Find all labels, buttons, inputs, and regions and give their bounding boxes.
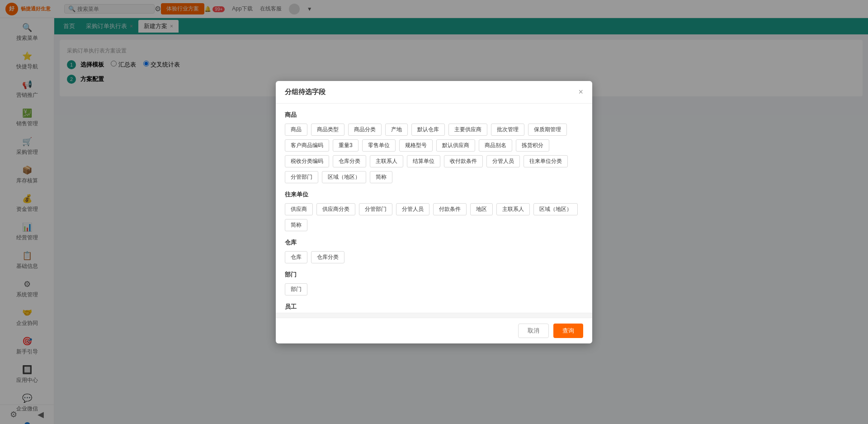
field-chip[interactable]: 简称 xyxy=(370,171,392,183)
field-chip[interactable]: 供应商分类 xyxy=(316,203,355,215)
section-warehouse-title: 仓库 xyxy=(285,238,583,247)
field-chip[interactable]: 主联系人 xyxy=(496,203,530,215)
field-chip[interactable]: 仓库 xyxy=(285,251,307,263)
warehouse-field-chips: 仓库 仓库分类 xyxy=(285,251,583,263)
field-chip[interactable]: 付款条件 xyxy=(433,203,467,215)
field-chip[interactable]: 地区 xyxy=(470,203,493,215)
field-chip[interactable]: 往来单位分类 xyxy=(524,155,568,167)
modal-title: 分组待选字段 xyxy=(285,88,326,96)
field-chip[interactable]: 默认仓库 xyxy=(411,124,445,136)
section-warehouse: 仓库 仓库 仓库分类 xyxy=(285,238,583,263)
section-department-title: 部门 xyxy=(285,271,583,279)
field-chip[interactable]: 拣货积分 xyxy=(516,139,549,152)
field-chip[interactable]: 供应商 xyxy=(285,203,313,215)
field-chip[interactable]: 客户商品编码 xyxy=(285,139,329,152)
field-chip[interactable]: 结算单位 xyxy=(407,155,440,167)
field-chip[interactable]: 商品别名 xyxy=(479,139,512,152)
section-partner: 往来单位 供应商 供应商分类 分管部门 分管人员 付款条件 地区 主联系人 区域… xyxy=(285,191,583,231)
modal-overlay: 分组待选字段 × 商品 商品 商品类型 商品分类 产地 默认仓库 主要供应商 批… xyxy=(0,0,868,424)
field-select-modal: 分组待选字段 × 商品 商品 商品类型 商品分类 产地 默认仓库 主要供应商 批… xyxy=(276,81,592,343)
field-chip[interactable]: 批次管理 xyxy=(491,124,524,136)
field-chip[interactable]: 主联系人 xyxy=(370,155,403,167)
modal-close-button[interactable]: × xyxy=(578,87,583,97)
field-chip[interactable]: 仓库分类 xyxy=(311,251,344,263)
field-chip[interactable]: 区域（地区） xyxy=(322,171,366,183)
partner-field-chips: 供应商 供应商分类 分管部门 分管人员 付款条件 地区 主联系人 区域（地区） … xyxy=(285,203,583,231)
modal-footer: 取消 查询 xyxy=(276,318,592,343)
field-chip[interactable]: 商品分类 xyxy=(348,124,382,136)
section-partner-title: 往来单位 xyxy=(285,191,583,199)
department-field-chips: 部门 xyxy=(285,283,583,295)
confirm-button[interactable]: 查询 xyxy=(553,324,583,338)
field-chip[interactable]: 商品类型 xyxy=(311,124,344,136)
field-chip[interactable]: 分管部门 xyxy=(285,171,318,183)
section-department: 部门 部门 xyxy=(285,271,583,295)
field-chip[interactable]: 税收分类编码 xyxy=(285,155,329,167)
modal-horizontal-scroll[interactable] xyxy=(276,313,592,318)
field-chip[interactable]: 简称 xyxy=(285,219,307,231)
field-chip[interactable]: 零售单位 xyxy=(362,139,396,152)
field-chip[interactable]: 保质期管理 xyxy=(528,124,567,136)
field-chip[interactable]: 仓库分类 xyxy=(333,155,366,167)
goods-field-chips: 商品 商品类型 商品分类 产地 默认仓库 主要供应商 批次管理 保质期管理 客户… xyxy=(285,124,583,183)
field-chip[interactable]: 分管部门 xyxy=(359,203,392,215)
field-chip[interactable]: 规格型号 xyxy=(399,139,433,152)
field-chip[interactable]: 产地 xyxy=(385,124,408,136)
cancel-button[interactable]: 取消 xyxy=(518,324,549,338)
field-chip[interactable]: 部门 xyxy=(285,283,307,295)
field-chip[interactable]: 分管人员 xyxy=(396,203,429,215)
field-chip[interactable]: 默认供应商 xyxy=(436,139,475,152)
section-goods: 商品 商品 商品类型 商品分类 产地 默认仓库 主要供应商 批次管理 保质期管理… xyxy=(285,111,583,183)
field-chip[interactable]: 主要供应商 xyxy=(448,124,487,136)
field-chip[interactable]: 商品 xyxy=(285,124,307,136)
modal-body: 商品 商品 商品类型 商品分类 产地 默认仓库 主要供应商 批次管理 保质期管理… xyxy=(276,104,592,313)
section-staff-title: 员工 xyxy=(285,303,583,311)
section-goods-title: 商品 xyxy=(285,111,583,119)
field-chip[interactable]: 分管人员 xyxy=(486,155,520,167)
field-chip[interactable]: 收付款条件 xyxy=(444,155,483,167)
field-chip[interactable]: 区域（地区） xyxy=(533,203,578,215)
modal-header: 分组待选字段 × xyxy=(276,81,592,104)
section-staff: 员工 业务员 xyxy=(285,303,583,313)
field-chip[interactable]: 重量3 xyxy=(333,139,359,152)
